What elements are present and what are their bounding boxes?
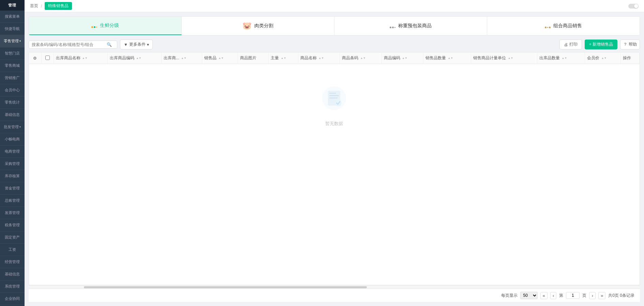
sidebar-item-purchase[interactable]: 采购管理 bbox=[0, 158, 25, 170]
tab-combo-sale[interactable]: 组合商品销售 bbox=[487, 17, 640, 35]
toolbar-right: 🖨 打印 + 新增销售品 ？ 帮助 bbox=[559, 40, 640, 49]
data-table: ⚙ 出库商品名称 ▲▼ 出库商品编码 ▲▼ bbox=[29, 52, 640, 147]
sidebar-item-retail-manage[interactable]: 零售管理 ▾ bbox=[0, 35, 25, 47]
th-settings[interactable]: ⚙ bbox=[29, 52, 41, 64]
sort-arrows-member-price[interactable]: ▲▼ bbox=[601, 57, 607, 60]
filter-button[interactable]: ▼ 更多条件 ▾ bbox=[120, 40, 153, 49]
th-checkbox[interactable] bbox=[41, 52, 54, 64]
th-weight: 主量 ▲▼ bbox=[269, 52, 298, 64]
sidebar-item-inventory[interactable]: 库存核算 bbox=[0, 170, 25, 182]
total-label: 共0页 0条记录 bbox=[608, 293, 634, 299]
next-page-button[interactable]: › bbox=[589, 292, 595, 299]
sidebar-item-accounting[interactable]: 总账管理 bbox=[0, 195, 25, 207]
sort-arrows-goods-name[interactable]: ▲▼ bbox=[318, 57, 324, 60]
th-img: 商品图片 bbox=[238, 52, 269, 64]
prev-page-button[interactable]: ‹ bbox=[550, 292, 556, 299]
help-icon: ？ bbox=[623, 42, 627, 47]
per-page-select[interactable]: 50 10 20 100 bbox=[520, 292, 538, 299]
th-out-code: 出库商品编码 ▲▼ bbox=[107, 52, 161, 64]
last-page-button[interactable]: » bbox=[598, 292, 605, 299]
sidebar-item-finance[interactable]: 资金管理 bbox=[0, 182, 25, 195]
tab-fresh-grade[interactable]: 生鲜分级 bbox=[29, 17, 182, 35]
sidebar-item-fixed-assets[interactable]: 固定资产 bbox=[0, 231, 25, 244]
filter-chevron-icon: ▾ bbox=[147, 42, 149, 47]
sidebar-item-search-menu[interactable]: 搜索菜单 bbox=[0, 11, 25, 23]
chevron-down-icon: ▾ bbox=[19, 125, 21, 128]
sidebar-item-operations[interactable]: 经营管理 bbox=[0, 256, 25, 268]
print-button[interactable]: 🖨 打印 bbox=[559, 40, 582, 49]
search-icon[interactable]: 🔍 bbox=[107, 42, 112, 47]
help-button[interactable]: ？ 帮助 bbox=[620, 40, 640, 49]
sidebar-item-retail-mall[interactable]: 零售商城 bbox=[0, 60, 25, 72]
add-label: + 新增销售品 bbox=[589, 42, 613, 47]
toolbar: 🔍 ▼ 更多条件 ▾ 🖨 打印 + 新增销售品 ？ 帮助 bbox=[29, 40, 640, 49]
sort-arrows-sale-unit[interactable]: ▲▼ bbox=[508, 57, 513, 60]
th-sale-unit: 销售商品计量单位 ▲▼ bbox=[471, 52, 537, 64]
sidebar-item-retail-stats[interactable]: 零售统计 bbox=[0, 96, 25, 109]
sidebar-logo: 管理 bbox=[0, 0, 25, 11]
sidebar-item-basic-info2[interactable]: 基础信息 bbox=[0, 268, 25, 280]
sort-arrows-barcode[interactable]: ▲▼ bbox=[360, 57, 366, 60]
tab-scale-pack[interactable]: 称重预包装商品 bbox=[334, 17, 487, 35]
sidebar-item-invoice[interactable]: 发票管理 bbox=[0, 207, 25, 219]
add-button[interactable]: + 新增销售品 bbox=[585, 40, 617, 49]
search-box[interactable]: 🔍 bbox=[29, 41, 117, 49]
scrollbar-thumb[interactable] bbox=[84, 286, 367, 288]
sidebar-item-small-shop[interactable]: 小畅电商 bbox=[0, 133, 25, 146]
sidebar-item-wholesale[interactable]: 批发管理 ▾ bbox=[0, 121, 25, 133]
tab-cards: 生鲜分级 🐷 肉类分割 称重预包装商品 bbox=[29, 16, 640, 35]
tab-scale-pack-label: 称重预包装商品 bbox=[398, 23, 432, 29]
sidebar-item-marketing[interactable]: 营销推广 bbox=[0, 72, 25, 84]
th-member-price: 会员价 ▲▼ bbox=[585, 52, 620, 64]
settings-gear-icon[interactable]: ⚙ bbox=[33, 56, 37, 61]
content-area: 生鲜分级 🐷 肉类分割 称重预包装商品 bbox=[25, 12, 644, 306]
print-icon: 🖨 bbox=[564, 42, 568, 47]
sort-arrows-sale-qty[interactable]: ▲▼ bbox=[448, 57, 453, 60]
sidebar-item-quick-nav[interactable]: 快捷导航 bbox=[0, 23, 25, 35]
empty-state: 暂无数据 bbox=[29, 64, 640, 147]
sort-arrows-goods-code[interactable]: ▲▼ bbox=[402, 57, 407, 60]
sidebar-item-ecommerce[interactable]: 电商管理 bbox=[0, 146, 25, 158]
sort-arrows-weight[interactable]: ▲▼ bbox=[281, 57, 286, 60]
table-body: 暂无数据 bbox=[29, 64, 640, 148]
th-sale-item: 销售品 ▲▼ bbox=[202, 52, 238, 64]
empty-state-text: 暂无数据 bbox=[325, 121, 343, 127]
select-all-checkbox[interactable] bbox=[45, 56, 50, 60]
horizontal-scrollbar[interactable] bbox=[29, 285, 640, 289]
fresh-grade-icon bbox=[91, 22, 97, 30]
breadcrumb-home[interactable]: 首页 bbox=[30, 3, 38, 9]
empty-state-row: 暂无数据 bbox=[29, 64, 640, 148]
sort-arrows-out-name[interactable]: ▲▼ bbox=[82, 57, 88, 60]
search-input[interactable] bbox=[32, 42, 107, 47]
sidebar-item-smart-store[interactable]: 智慧门店 bbox=[0, 47, 25, 60]
sidebar-item-tax[interactable]: 税务管理 bbox=[0, 219, 25, 231]
sort-arrows-sale-item[interactable]: ▲▼ bbox=[218, 57, 224, 60]
th-out-qty: 出库品数量 ▲▼ bbox=[537, 52, 585, 64]
first-page-button[interactable]: « bbox=[540, 292, 548, 299]
th-goods-name: 商品名称 ▲▼ bbox=[298, 52, 340, 64]
sidebar-item-system[interactable]: 系统管理 bbox=[0, 280, 25, 293]
filter-icon: ▼ bbox=[124, 42, 128, 47]
page-number-input[interactable] bbox=[566, 292, 580, 299]
sort-arrows-out-code[interactable]: ▲▼ bbox=[136, 57, 141, 60]
pagination: 每页显示 50 10 20 100 « ‹ 第 页 › » 共0页 0条记录 bbox=[29, 289, 640, 302]
filter-label: 更多条件 bbox=[129, 42, 146, 47]
tab-meat-cut[interactable]: 🐷 肉类分割 bbox=[182, 17, 334, 35]
sidebar-item-salary[interactable]: 工资 bbox=[0, 244, 25, 256]
th-out-spec: 出库商... ▲▼ bbox=[161, 52, 202, 64]
svg-rect-3 bbox=[329, 95, 339, 96]
sidebar-item-basic-info[interactable]: 基础信息 bbox=[0, 109, 25, 121]
tab-meat-cut-label: 肉类分割 bbox=[254, 23, 273, 29]
breadcrumb-current[interactable]: 特殊销售品 bbox=[45, 2, 72, 10]
svg-rect-4 bbox=[329, 97, 338, 98]
page-suffix-label: 页 bbox=[582, 293, 586, 299]
sidebar-item-enterprise[interactable]: 企业协同 bbox=[0, 293, 25, 305]
empty-state-icon bbox=[320, 85, 348, 117]
sort-arrows-out-spec[interactable]: ▲▼ bbox=[181, 57, 186, 60]
empty-state-cell: 暂无数据 bbox=[29, 64, 640, 148]
sort-arrows-out-qty[interactable]: ▲▼ bbox=[561, 57, 567, 60]
tab-combo-sale-label: 组合商品销售 bbox=[553, 23, 582, 29]
page-prefix-label: 第 bbox=[559, 293, 563, 299]
sidebar-item-member[interactable]: 会员中心 bbox=[0, 84, 25, 96]
toolbar-left: 🔍 ▼ 更多条件 ▾ bbox=[29, 40, 153, 49]
